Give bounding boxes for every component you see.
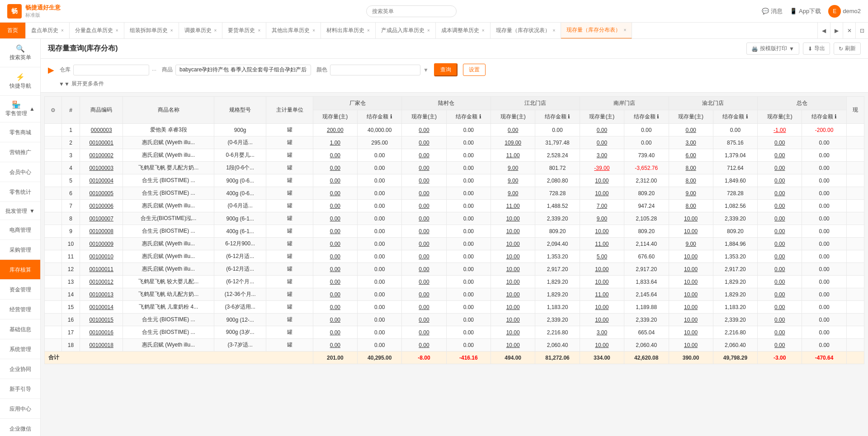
sidebar-item-purchase[interactable]: 采购管理 (0, 240, 40, 260)
cell-zc-qty[interactable]: 0.00 (758, 136, 802, 149)
cell-na-qty[interactable]: 10.00 (580, 339, 624, 352)
tab-9[interactable]: 成本调整单历史 × (436, 23, 491, 39)
cell-yb-qty[interactable]: 6.00 (669, 149, 713, 162)
cell-cj-qty[interactable]: 0.00 (313, 187, 357, 200)
cell-lc-qty[interactable]: 0.00 (402, 124, 446, 136)
cell-zc-qty[interactable]: 0.00 (758, 174, 802, 187)
cell-zc-qty[interactable]: 0.00 (758, 339, 802, 352)
cell-zc-qty[interactable]: 0.00 (758, 276, 802, 288)
cell-lc-qty[interactable]: 0.00 (402, 339, 446, 352)
cell-zc-qty[interactable]: 0.00 (758, 200, 802, 212)
close-icon[interactable]: × (258, 28, 260, 33)
tab-6[interactable]: 其他出库单历史 × (266, 23, 321, 39)
cell-zc-qty[interactable]: 0.00 (758, 162, 802, 174)
cell-lc-qty[interactable]: 0.00 (402, 225, 446, 238)
cell-jb-qty[interactable]: 9.00 (491, 187, 535, 200)
cell-lc-qty[interactable]: 0.00 (402, 174, 446, 187)
tab-8[interactable]: 产成品入库单历史 × (376, 23, 436, 39)
cell-jb-qty[interactable]: 10.00 (491, 339, 535, 352)
sidebar-item-inventory[interactable]: 库存核算 (0, 260, 40, 280)
sidebar-item-wholesale[interactable]: 批发管理 ▼ (0, 202, 40, 220)
cell-zc-qty[interactable]: -1.00 (758, 124, 802, 136)
color-dropdown-icon[interactable]: ▼ (423, 67, 429, 73)
cell-code[interactable]: 00100009 (80, 238, 123, 250)
sidebar-item-appstore[interactable]: 应用中心 (0, 399, 40, 419)
cell-na-qty[interactable]: 10.00 (580, 314, 624, 326)
settings-icon[interactable]: ⚙ (51, 107, 56, 113)
cell-code[interactable]: 00100002 (80, 149, 123, 162)
cell-jb-qty[interactable]: 0.00 (491, 124, 535, 136)
cell-yb-qty[interactable]: 10.00 (669, 212, 713, 225)
cell-jb-qty[interactable]: 9.00 (491, 174, 535, 187)
cell-lc-qty[interactable]: 0.00 (402, 301, 446, 314)
cell-yb-qty[interactable]: 10.00 (669, 263, 713, 276)
cell-yb-qty[interactable]: 8.00 (669, 162, 713, 174)
sidebar-item-shop[interactable]: 零售商城 (0, 122, 40, 142)
tab-prev-btn[interactable]: ◀ (817, 23, 830, 39)
cell-lc-qty[interactable]: 0.00 (402, 212, 446, 225)
cell-yb-qty[interactable]: 10.00 (669, 301, 713, 314)
cell-yb-qty[interactable]: 10.00 (669, 326, 713, 339)
cell-yb-qty[interactable]: 8.00 (669, 200, 713, 212)
cell-cj-qty[interactable]: 0.00 (313, 200, 357, 212)
cell-jb-qty[interactable]: 11.00 (491, 200, 535, 212)
cell-cj-qty[interactable]: 0.00 (313, 149, 357, 162)
cell-na-qty[interactable]: 7.00 (580, 200, 624, 212)
tab-1[interactable]: 盘点单历史 × (26, 23, 70, 39)
cell-jb-qty[interactable]: 10.00 (491, 314, 535, 326)
cell-lc-qty[interactable]: 0.00 (402, 276, 446, 288)
goods-input[interactable] (175, 65, 311, 75)
cell-na-qty[interactable]: 11.00 (580, 238, 624, 250)
cell-lc-qty[interactable]: 0.00 (402, 162, 446, 174)
cell-na-qty[interactable]: 3.00 (580, 326, 624, 339)
expand-conditions-btn[interactable]: ▼▼ 展开更多条件 (59, 80, 861, 88)
tab-10[interactable]: 现存量（库存状况表）× (491, 23, 561, 39)
cell-yb-qty[interactable]: 10.00 (669, 339, 713, 352)
cell-na-qty[interactable]: 10.00 (580, 276, 624, 288)
cell-zc-qty[interactable]: 0.00 (758, 149, 802, 162)
app-download-btn[interactable]: 📱 App下载 (790, 7, 821, 15)
cell-code[interactable]: 00100013 (80, 288, 123, 301)
cell-yb-qty[interactable]: 8.00 (669, 174, 713, 187)
cell-code[interactable]: 00100001 (80, 136, 123, 149)
cell-cj-qty[interactable]: 0.00 (313, 288, 357, 301)
cell-zc-qty[interactable]: 0.00 (758, 314, 802, 326)
warehouse-input[interactable] (73, 65, 149, 75)
cell-yb-qty[interactable]: 0.00 (669, 124, 713, 136)
cell-zc-qty[interactable]: 0.00 (758, 250, 802, 263)
cell-code[interactable]: 00100003 (80, 162, 123, 174)
cell-cj-qty[interactable]: 0.00 (313, 174, 357, 187)
cell-na-qty[interactable]: 10.00 (580, 301, 624, 314)
tab-home[interactable]: 首页 (0, 23, 26, 39)
cell-cj-qty[interactable]: 0.00 (313, 276, 357, 288)
cell-na-qty[interactable]: 10.00 (580, 263, 624, 276)
cell-na-qty[interactable]: 9.00 (580, 212, 624, 225)
cell-code[interactable]: 00100004 (80, 174, 123, 187)
cell-lc-qty[interactable]: 0.00 (402, 326, 446, 339)
cell-code[interactable]: 00100012 (80, 276, 123, 288)
sidebar-item-nav[interactable]: ⚡ 快捷导航 (0, 67, 40, 96)
cell-yb-qty[interactable]: 9.00 (669, 238, 713, 250)
cell-jb-qty[interactable]: 9.00 (491, 162, 535, 174)
close-icon[interactable]: × (623, 28, 626, 33)
cell-cj-qty[interactable]: 0.00 (313, 162, 357, 174)
sidebar-item-system[interactable]: 系统管理 (0, 339, 40, 359)
cell-yb-qty[interactable]: 10.00 (669, 314, 713, 326)
close-icon[interactable]: × (367, 28, 370, 33)
cell-cj-qty[interactable]: 0.00 (313, 326, 357, 339)
cell-lc-qty[interactable]: 0.00 (402, 238, 446, 250)
cell-zc-qty[interactable]: 0.00 (758, 238, 802, 250)
cell-yb-qty[interactable]: 10.00 (669, 288, 713, 301)
export-btn[interactable]: ⬇ 导出 (803, 42, 830, 55)
close-icon[interactable]: × (61, 28, 64, 33)
close-icon[interactable]: × (482, 28, 485, 33)
cell-lc-qty[interactable]: 0.00 (402, 250, 446, 263)
sidebar-item-wechat[interactable]: 企业微信 (0, 419, 40, 436)
tab-close-btn[interactable]: ✕ (843, 23, 855, 39)
cell-jb-qty[interactable]: 10.00 (491, 301, 535, 314)
cell-zc-qty[interactable]: 0.00 (758, 212, 802, 225)
cell-cj-qty[interactable]: 0.00 (313, 212, 357, 225)
tab-4[interactable]: 调拨单历史 × (179, 23, 223, 39)
cell-cj-qty[interactable]: 200.00 (313, 124, 357, 136)
cell-yb-qty[interactable]: 10.00 (669, 276, 713, 288)
